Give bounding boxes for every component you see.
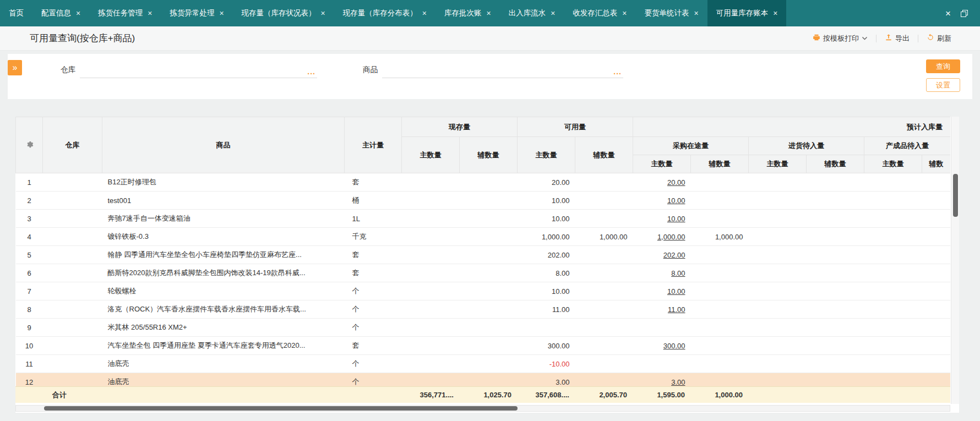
warehouse-filter-field: 仓库 ...: [61, 61, 317, 78]
qty-drilldown-link[interactable]: 10.00: [633, 210, 691, 228]
tab-close-icon[interactable]: ×: [486, 9, 491, 18]
tab-可用量库存账本[interactable]: 可用量库存账本×: [707, 0, 787, 26]
qty-drilldown-link[interactable]: 11.00: [633, 300, 691, 319]
collapse-filter-button[interactable]: »: [8, 60, 22, 75]
table-row[interactable]: 10汽车坐垫全包 四季通用座垫 夏季卡通汽车座套专用透气2020...套300.…: [16, 337, 951, 355]
warehouse-cell: [43, 355, 102, 373]
table-row[interactable]: 9米其林 205/55R16 XM2+个: [16, 319, 951, 337]
qty-cell: [402, 246, 460, 264]
horizontal-scrollbar[interactable]: [15, 405, 950, 412]
unit-cell: 个: [345, 355, 402, 373]
qty-drilldown-link[interactable]: 10.00: [633, 192, 691, 210]
col-header-available-aux-qty[interactable]: 辅数量: [575, 137, 633, 173]
table-row[interactable]: 3奔驰7速手自一体变速箱油1L10.0010.00: [16, 210, 951, 228]
table-row[interactable]: 1B12正时修理包套20.0020.00: [16, 173, 951, 192]
tab-close-icon[interactable]: ×: [148, 9, 152, 18]
settings-button[interactable]: 设置: [926, 78, 960, 92]
warehouse-picker-ellipsis-icon[interactable]: ...: [307, 67, 317, 78]
tab-配置信息[interactable]: 配置信息×: [32, 0, 89, 26]
query-button[interactable]: 查询: [926, 59, 960, 73]
tab-库存批次账[interactable]: 库存批次账×: [435, 0, 500, 26]
qty-cell: [402, 264, 460, 282]
table-viewport: 仓库 商品 主计量 现存量 可用量 预计入库量 主数量 辅数量 主数量 辅数量 …: [15, 117, 950, 386]
tab-首页[interactable]: 首页: [0, 0, 32, 26]
column-settings-gear-icon[interactable]: [16, 117, 43, 173]
qty-drilldown-link[interactable]: 20.00: [633, 173, 691, 192]
tab-要货单统计表[interactable]: 要货单统计表×: [636, 0, 707, 26]
table-row[interactable]: 5翰静 四季通用汽车坐垫全包小车座椅垫四季垫仿亚麻布艺座...套202.0020…: [16, 246, 951, 264]
tab-label: 收发存汇总表: [573, 8, 617, 18]
tab-close-icon[interactable]: ×: [622, 9, 627, 18]
tab-close-icon[interactable]: ×: [422, 9, 427, 18]
print-by-template-button[interactable]: 按模板打印: [813, 34, 868, 43]
tab-close-icon[interactable]: ×: [321, 9, 325, 18]
col-header-purchase-aux-qty[interactable]: 辅数量: [807, 155, 864, 173]
close-all-tabs-icon[interactable]: ×: [945, 9, 951, 18]
qty-cell: [807, 300, 864, 319]
page-header: 可用量查询(按仓库+商品) 按模板打印 导出 刷新: [0, 26, 980, 51]
col-header-current-main-qty[interactable]: 主数量: [402, 137, 460, 173]
product-filter-input[interactable]: ...: [382, 62, 623, 78]
refresh-button[interactable]: 刷新: [927, 34, 951, 43]
col-header-unit[interactable]: 主计量: [345, 117, 402, 173]
total-po-main-qty: 1,595.00: [633, 387, 690, 403]
tab-close-icon[interactable]: ×: [773, 9, 777, 18]
tab-close-icon[interactable]: ×: [219, 9, 224, 18]
export-button[interactable]: 导出: [885, 34, 910, 43]
table-row[interactable]: 8洛克（ROCK）汽车香水座摆件车载香水座摆件车用香水车载...个11.0011…: [16, 300, 951, 319]
col-header-po-main-qty[interactable]: 主数量: [633, 155, 691, 173]
horizontal-scrollbar-thumb[interactable]: [44, 406, 518, 411]
tab-拣货异常处理[interactable]: 拣货异常处理×: [161, 0, 232, 26]
warehouse-filter-label: 仓库: [61, 65, 75, 78]
col-header-po-aux-qty[interactable]: 辅数量: [691, 155, 749, 173]
product-cell: test001: [102, 192, 345, 210]
qty-cell: [691, 373, 749, 387]
qty-cell: [807, 282, 864, 300]
qty-cell: 202.00: [518, 246, 575, 264]
table-row[interactable]: 4镀锌铁板-0.3千克1,000.001,000.001,000.001,000…: [16, 228, 951, 246]
qty-cell: [460, 355, 518, 373]
col-header-finished-aux-qty[interactable]: 辅数: [922, 155, 951, 173]
vertical-scrollbar[interactable]: [951, 117, 959, 404]
qty-drilldown-link[interactable]: 3.00: [633, 373, 691, 387]
tab-收发存汇总表[interactable]: 收发存汇总表×: [564, 0, 635, 26]
double-chevron-icon: »: [13, 63, 18, 73]
tab-label: 拣货异常处理: [170, 8, 214, 18]
col-header-finished-main-qty[interactable]: 主数量: [864, 155, 922, 173]
col-header-available-main-qty[interactable]: 主数量: [518, 137, 575, 173]
warehouse-filter-input[interactable]: ...: [80, 62, 317, 78]
tab-close-icon[interactable]: ×: [76, 9, 80, 18]
totals-spacer: [15, 387, 42, 403]
tab-拣货任务管理[interactable]: 拣货任务管理×: [89, 0, 161, 26]
qty-drilldown-link[interactable]: 8.00: [633, 264, 691, 282]
warehouse-cell: [43, 300, 102, 319]
table-row[interactable]: 11油底壳个-10.00: [16, 355, 951, 373]
table-row[interactable]: 7轮毂螺栓个10.0010.00: [16, 282, 951, 300]
qty-drilldown-link[interactable]: 300.00: [633, 337, 691, 355]
table-row[interactable]: 12油底壳个3.003.00: [16, 373, 951, 387]
tab-出入库流水[interactable]: 出入库流水×: [500, 0, 564, 26]
tab-现存量（库存分布表）[interactable]: 现存量（库存分布表）×: [334, 0, 435, 26]
qty-drilldown-link[interactable]: 1,000.00: [633, 228, 691, 246]
table-row[interactable]: 6酷斯特2020款别克昂科威脚垫全包围内饰改装14-19款昂科威...套8.00…: [16, 264, 951, 282]
qty-cell: [749, 282, 807, 300]
tab-现存量（库存状况表）[interactable]: 现存量（库存状况表）×: [233, 0, 334, 26]
table-row[interactable]: 2test001桶10.0010.00: [16, 192, 951, 210]
product-cell: 汽车坐垫全包 四季通用座垫 夏季卡通汽车座套专用透气2020...: [102, 337, 345, 355]
qty-cell: 11.00: [518, 300, 575, 319]
qty-drilldown-link[interactable]: 10.00: [633, 282, 691, 300]
row-number-cell: 7: [16, 282, 43, 300]
product-picker-ellipsis-icon[interactable]: ...: [613, 67, 623, 78]
col-header-warehouse[interactable]: 仓库: [43, 117, 102, 173]
vertical-scrollbar-thumb[interactable]: [953, 174, 958, 217]
col-header-purchase-main-qty[interactable]: 主数量: [749, 155, 807, 173]
tab-close-icon[interactable]: ×: [694, 9, 699, 18]
col-header-product[interactable]: 商品: [102, 117, 345, 173]
tab-close-icon[interactable]: ×: [551, 9, 555, 18]
row-number-cell: 4: [16, 228, 43, 246]
window-restore-icon[interactable]: [961, 10, 968, 17]
chevron-down-icon[interactable]: [862, 34, 868, 42]
qty-cell: 1,000.00: [575, 228, 633, 246]
col-header-current-aux-qty[interactable]: 辅数量: [460, 137, 518, 173]
qty-drilldown-link[interactable]: 202.00: [633, 246, 691, 264]
